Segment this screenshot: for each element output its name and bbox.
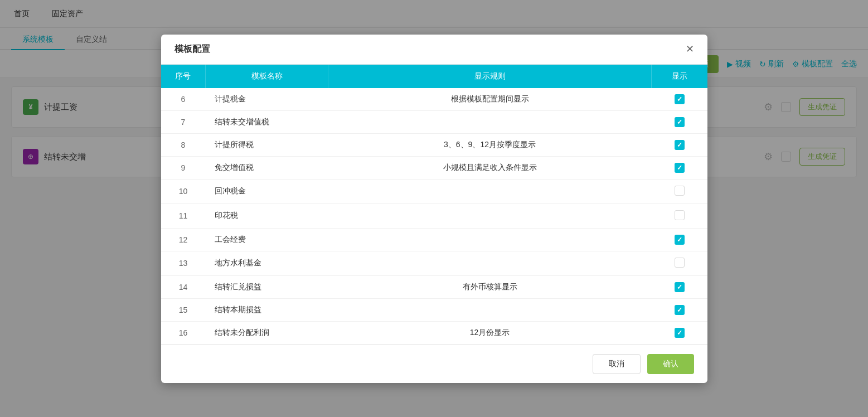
cell-rule — [328, 179, 652, 203]
table-header-row: 序号 模板名称 显示规则 显示 — [161, 65, 707, 88]
checkbox-checked[interactable] — [675, 163, 685, 173]
table-row: 14结转汇兑损益有外币核算显示 — [161, 275, 707, 298]
cell-name: 结转本期损益 — [206, 298, 328, 321]
checkbox-unchecked[interactable] — [675, 258, 685, 268]
cell-rule — [328, 110, 652, 133]
table-row: 10回冲税金 — [161, 179, 707, 203]
cell-rule: 根据模板配置期间显示 — [328, 88, 652, 111]
confirm-button[interactable]: 确认 — [647, 354, 694, 374]
cell-name: 结转未交增值税 — [206, 110, 328, 133]
cell-checkbox[interactable] — [652, 203, 707, 228]
table-row: 7结转未交增值税 — [161, 110, 707, 133]
col-header-seq: 序号 — [161, 65, 206, 88]
cancel-button[interactable]: 取消 — [593, 354, 641, 374]
cell-checkbox[interactable] — [652, 179, 707, 203]
cell-name: 地方水利基金 — [206, 251, 328, 275]
cell-rule — [328, 228, 652, 251]
table-row: 9免交增值税小规模且满足收入条件显示 — [161, 156, 707, 179]
cell-seq: 15 — [161, 298, 206, 321]
col-header-display: 显示 — [652, 65, 707, 88]
table-row: 13地方水利基金 — [161, 251, 707, 275]
cell-checkbox[interactable] — [652, 298, 707, 321]
cell-rule: 有外币核算显示 — [328, 275, 652, 298]
cell-rule: 12月份显示 — [328, 321, 652, 344]
cell-seq: 13 — [161, 251, 206, 275]
cell-rule — [328, 203, 652, 228]
cell-checkbox[interactable] — [652, 88, 707, 111]
modal-close-button[interactable]: ✕ — [686, 44, 694, 54]
cell-rule — [328, 251, 652, 275]
table-row: 11印花税 — [161, 203, 707, 228]
cell-checkbox[interactable] — [652, 133, 707, 156]
cell-name: 免交增值税 — [206, 156, 328, 179]
checkbox-checked[interactable] — [675, 117, 685, 127]
modal-header: 模板配置 ✕ — [161, 35, 707, 65]
modal-table: 序号 模板名称 显示规则 显示 6计提税金根据模板配置期间显示7结转未交增值税8… — [161, 65, 707, 345]
cell-rule: 3、6、9、12月按季度显示 — [328, 133, 652, 156]
col-header-rule: 显示规则 — [328, 65, 652, 88]
col-header-name: 模板名称 — [206, 65, 328, 88]
checkbox-unchecked[interactable] — [675, 210, 685, 220]
table-row: 6计提税金根据模板配置期间显示 — [161, 88, 707, 111]
table-row: 8计提所得税3、6、9、12月按季度显示 — [161, 133, 707, 156]
cell-seq: 6 — [161, 88, 206, 111]
checkbox-checked[interactable] — [675, 140, 685, 150]
cell-name: 回冲税金 — [206, 179, 328, 203]
cell-seq: 11 — [161, 203, 206, 228]
cell-name: 计提税金 — [206, 88, 328, 111]
cell-seq: 8 — [161, 133, 206, 156]
modal-template-config: 模板配置 ✕ 序号 模板名称 显示规则 显示 6计提税金根据模板配置期间显示7结… — [161, 35, 707, 383]
checkbox-checked[interactable] — [675, 305, 685, 315]
checkbox-checked[interactable] — [675, 235, 685, 245]
cell-name: 结转未分配利润 — [206, 321, 328, 344]
cell-seq: 10 — [161, 179, 206, 203]
cell-checkbox[interactable] — [652, 321, 707, 344]
modal-title: 模板配置 — [174, 43, 210, 55]
cell-checkbox[interactable] — [652, 110, 707, 133]
cell-seq: 9 — [161, 156, 206, 179]
table-row: 15结转本期损益 — [161, 298, 707, 321]
cell-checkbox[interactable] — [652, 251, 707, 275]
checkbox-checked[interactable] — [675, 282, 685, 292]
cell-seq: 7 — [161, 110, 206, 133]
cell-seq: 14 — [161, 275, 206, 298]
modal-body: 序号 模板名称 显示规则 显示 6计提税金根据模板配置期间显示7结转未交增值税8… — [161, 65, 707, 345]
checkbox-checked[interactable] — [675, 328, 685, 338]
cell-checkbox[interactable] — [652, 156, 707, 179]
cell-checkbox[interactable] — [652, 275, 707, 298]
cell-seq: 12 — [161, 228, 206, 251]
cell-rule: 小规模且满足收入条件显示 — [328, 156, 652, 179]
cell-seq: 16 — [161, 321, 206, 344]
modal-footer: 取消 确认 — [161, 345, 707, 383]
cell-checkbox[interactable] — [652, 228, 707, 251]
cell-name: 工会经费 — [206, 228, 328, 251]
table-row: 12工会经费 — [161, 228, 707, 251]
modal-overlay: 模板配置 ✕ 序号 模板名称 显示规则 显示 6计提税金根据模板配置期间显示7结… — [0, 0, 868, 417]
cell-rule — [328, 298, 652, 321]
table-row: 16结转未分配利润12月份显示 — [161, 321, 707, 344]
checkbox-checked[interactable] — [675, 94, 685, 104]
checkbox-unchecked[interactable] — [675, 186, 685, 196]
cell-name: 印花税 — [206, 203, 328, 228]
cell-name: 计提所得税 — [206, 133, 328, 156]
cell-name: 结转汇兑损益 — [206, 275, 328, 298]
